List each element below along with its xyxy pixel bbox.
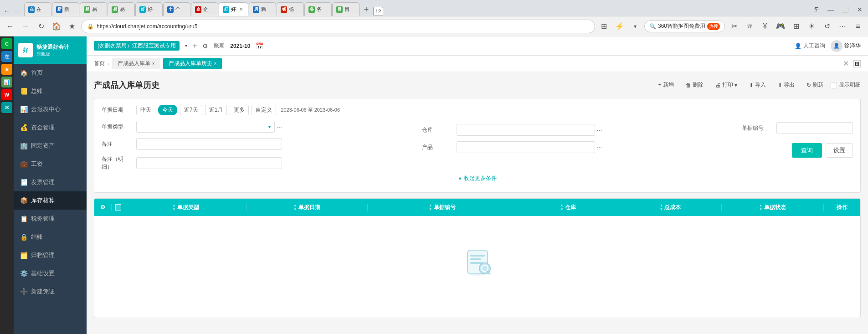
breadcrumb-tab-2[interactable]: 产成品入库单历史 × [163, 58, 222, 69]
maximize-content-btn[interactable]: ⊞ [853, 60, 861, 67]
breadcrumb-home[interactable]: 首页 [94, 60, 105, 67]
sidebar-item-archive[interactable]: 🗂️ 归档管理 [14, 246, 87, 264]
translate-btn[interactable]: 译 [743, 20, 756, 33]
browser-tab-10[interactable]: 畅 畅 [277, 2, 304, 16]
date-1month-btn[interactable]: 近1月 [205, 105, 227, 115]
scissors-btn[interactable]: ✂ [728, 20, 740, 33]
sidebar-item-settings[interactable]: ⚙️ 基础设置 [14, 264, 87, 283]
more-btn[interactable]: ⋯ [836, 20, 849, 33]
tab-2-close[interactable]: × [214, 61, 217, 66]
import-btn[interactable]: ⬇ 导入 [745, 79, 770, 91]
th-cost[interactable]: ▲▼ 总成本 [619, 204, 721, 211]
breadcrumb-tab-1[interactable]: 产成品入库单 × [112, 58, 160, 69]
back-btn[interactable]: ← [4, 20, 16, 33]
browser-tab-2[interactable]: 新 新 [52, 2, 79, 16]
sidebar-item-home[interactable]: 🏠 首页 [14, 64, 87, 82]
ai-service-btn[interactable]: 👤 人工咨询 [795, 42, 825, 50]
warehouse-filter-select[interactable] [457, 124, 595, 136]
browser-back-btn[interactable]: ← [2, 6, 12, 16]
account-dropdown-btn[interactable]: ▾ [185, 43, 187, 48]
minimize-btn[interactable]: — [824, 3, 837, 16]
history-btn[interactable]: ↺ [821, 20, 833, 33]
app-icon-w[interactable]: W [1, 89, 12, 100]
browser-tab-3[interactable]: 易 易 [80, 2, 107, 16]
search-box[interactable]: 🔍 360智能抠图免费用 热搜 [644, 21, 725, 32]
add-account-btn[interactable]: + [193, 42, 197, 50]
app-icon-email[interactable]: ✉ [1, 102, 12, 113]
th-type[interactable]: ▲▼ 单据类型 [125, 204, 247, 211]
apps-btn[interactable]: ⊞ [790, 20, 802, 33]
th-status[interactable]: ▲▼ 单据状态 [722, 204, 824, 211]
number-filter-input[interactable] [776, 122, 853, 134]
forward-btn[interactable]: → [19, 20, 32, 33]
app-icon-1[interactable]: 在 [1, 51, 12, 62]
product-filter-dots[interactable]: ··· [597, 144, 602, 151]
lightning-icon[interactable]: ⚡ [613, 20, 626, 33]
browser-tab-9[interactable]: 腾 腾 [249, 2, 276, 16]
bookmark-btn[interactable]: ★ [66, 20, 78, 33]
maximize-btn[interactable]: ⬜ [839, 3, 852, 16]
tab-1-close[interactable]: × [152, 61, 155, 66]
delete-btn[interactable]: 🗑 删除 [681, 79, 708, 91]
browser-tab-11[interactable]: 各 各 [304, 2, 332, 16]
period-calendar-btn[interactable]: 📅 [256, 42, 263, 50]
filter-settings-btn[interactable]: 设置 [826, 143, 853, 158]
date-more-btn[interactable]: 更多 [230, 105, 249, 115]
refresh-btn[interactable]: ↻ [35, 20, 47, 33]
tab-counter[interactable]: 12 [373, 7, 383, 16]
browser-tab-7[interactable]: 企 企 [191, 2, 218, 16]
sidebar-item-newdoc[interactable]: ➕ 新建凭证 [14, 283, 87, 301]
sidebar-item-invoice[interactable]: 🧾 发票管理 [14, 173, 87, 191]
sidebar-item-funds[interactable]: 💰 资金管理 [14, 118, 87, 137]
browser-tab-12[interactable]: 目 目 [332, 2, 360, 16]
date-custom-btn[interactable]: 自定义 [252, 105, 276, 115]
app-icon-changjie[interactable]: C [1, 38, 12, 49]
restore-btn[interactable]: 🗗 [810, 3, 822, 16]
th-warehouse[interactable]: ▲▼ 仓库 [517, 204, 619, 211]
close-btn[interactable]: ✕ [853, 3, 866, 16]
select-all-checkbox[interactable] [115, 204, 121, 211]
sidebar-item-inventory[interactable]: 📦 库存核算 [14, 191, 87, 210]
print-btn[interactable]: 🖨 打印 ▾ [711, 79, 742, 91]
page-close-icon[interactable]: ✕ [843, 59, 849, 68]
browser-tab-4[interactable]: 易 易 [108, 2, 135, 16]
remark2-filter-input[interactable] [136, 157, 282, 169]
app-icon-star[interactable]: ★ [1, 64, 12, 75]
sidebar-item-report[interactable]: 📊 云报表中心 [14, 100, 87, 118]
th-gear[interactable]: ⚙ [94, 204, 112, 211]
browser-tab-6[interactable]: 个 个 [163, 2, 190, 16]
settings-nav-btn[interactable]: ≡ [852, 20, 864, 33]
product-filter-select[interactable] [457, 141, 595, 153]
query-btn[interactable]: 查询 [792, 143, 822, 158]
browser-tab-8[interactable]: 好 好 ✕ [219, 2, 248, 16]
show-detail-checkbox[interactable] [831, 82, 837, 88]
account-settings-btn[interactable]: ⚙ [202, 42, 208, 50]
new-tab-btn[interactable]: + [360, 3, 373, 16]
browser-forward-btn[interactable]: → [12, 6, 22, 16]
th-num[interactable]: ▲▼ 单据编号 [368, 204, 517, 211]
address-input[interactable]: 🔒 https://cloud.chanjet.com/accounting/u… [81, 20, 595, 33]
refresh-action-btn[interactable]: ↻ 刷新 [802, 79, 828, 91]
sidebar-item-ledger[interactable]: 📒 总账 [14, 82, 87, 100]
th-date[interactable]: ▲▼ 单据日期 [247, 204, 368, 211]
dropdown-icon[interactable]: ▾ [629, 20, 642, 33]
game-btn[interactable]: 🎮 [774, 20, 787, 33]
type-filter-dots[interactable]: ··· [277, 123, 282, 130]
sidebar-item-checkout[interactable]: 🔒 结账 [14, 228, 87, 246]
date-yesterday-btn[interactable]: 昨天 [136, 105, 155, 115]
browser-tab-1[interactable]: 在 在 [24, 2, 51, 16]
remark-filter-input[interactable] [136, 138, 282, 150]
tab-close-btn-8[interactable]: ✕ [238, 6, 244, 13]
date-7days-btn[interactable]: 近7天 [180, 105, 202, 115]
date-today-btn[interactable]: 今天 [158, 105, 177, 115]
yuan-btn[interactable]: ¥ [759, 20, 771, 33]
app-icon-chart[interactable]: 📊 [1, 77, 12, 87]
user-avatar-btn[interactable]: 👤 徐泽华 [831, 40, 861, 52]
sidebar-item-payroll[interactable]: 💼 工资 [14, 155, 87, 173]
new-btn[interactable]: + 新增 [654, 79, 678, 91]
grid-icon[interactable]: ⊞ [598, 20, 611, 33]
warehouse-filter-dots[interactable]: ··· [597, 126, 602, 134]
nav-brand[interactable]: 好 畅捷通好会计 旗舰版 [14, 36, 87, 64]
export-btn[interactable]: ⬆ 导出 [773, 79, 799, 91]
home-btn[interactable]: 🏠 [50, 20, 63, 33]
